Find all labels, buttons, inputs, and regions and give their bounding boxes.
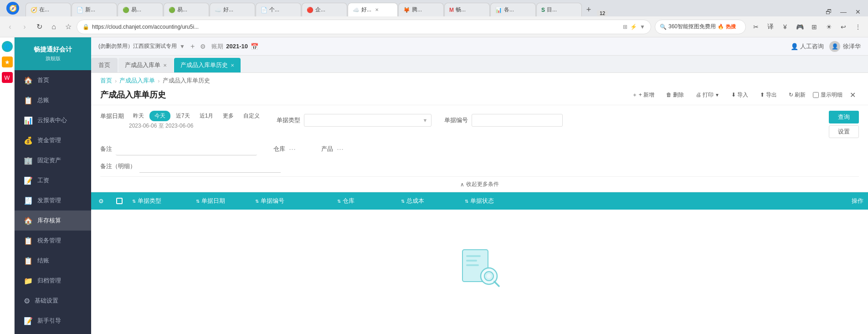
tab-10[interactable]: M 畅... [444, 3, 490, 16]
sidebar-item-inventory[interactable]: 🏠 库存核算 [15, 211, 91, 231]
tab-2[interactable]: 📄 新... [72, 3, 117, 16]
tab-9[interactable]: 🦊 腾... [398, 3, 444, 16]
collapse-button[interactable]: ∧ 收起更多条件 [457, 179, 503, 190]
close-window-button[interactable]: ✕ [852, 7, 864, 16]
shortcut-more[interactable]: 更多 [219, 111, 238, 121]
tab-12[interactable]: S 目... [536, 3, 582, 16]
th-warehouse-label: 仓库 [343, 197, 354, 205]
th-warehouse[interactable]: ⇅ 仓库 [333, 197, 396, 205]
calendar-icon[interactable]: 📅 [251, 43, 258, 50]
minimize-button[interactable]: — [837, 7, 850, 16]
doc-type-select[interactable]: ▼ [304, 114, 431, 127]
shortcut-custom[interactable]: 自定义 [239, 111, 264, 121]
th-doc-status[interactable]: ⇅ 单据状态 [460, 197, 533, 205]
th-settings[interactable]: ⚙ [91, 198, 111, 205]
sidebar-item-ledger[interactable]: 📋 总账 [15, 90, 91, 110]
th-total-cost[interactable]: ⇅ 总成本 [396, 197, 460, 205]
show-detail-input[interactable] [813, 92, 819, 98]
refresh-nav-button[interactable]: ↻ [33, 21, 46, 33]
tab-3[interactable]: 🟢 易... [118, 3, 163, 16]
doc-num-input[interactable] [472, 114, 563, 127]
delete-button[interactable]: 🗑 删除 [662, 88, 688, 101]
new-button[interactable]: ＋ + 新增 [627, 88, 659, 101]
address-input[interactable]: 🔒 https://cloud.chanjet.com/accounting/u… [77, 20, 651, 34]
tab-1[interactable]: 🧭 在... [26, 3, 71, 16]
forward-button[interactable]: › [18, 21, 31, 33]
tab-5[interactable]: ☁️ 好... [210, 3, 255, 16]
consult-button[interactable]: 👤 人工咨询 [791, 42, 824, 51]
gamepad-icon[interactable]: 🎮 [793, 21, 806, 33]
content-tab-list-close[interactable]: ✕ [163, 63, 167, 68]
settings-button[interactable]: ⚙ [200, 43, 206, 50]
scissors-icon[interactable]: ✂ [750, 21, 762, 33]
tab-8-close[interactable]: ✕ [375, 7, 379, 12]
refresh-button[interactable]: ↻ 刷新 [784, 88, 810, 101]
user-area[interactable]: 👤 徐泽华 [829, 41, 861, 52]
header-checkbox[interactable] [116, 198, 123, 204]
browser-sidebar-icon-2[interactable]: ★ [2, 57, 13, 67]
sidebar-item-tax[interactable]: 📋 税务管理 [15, 231, 91, 251]
export-button[interactable]: ⬆ 导出 [755, 88, 781, 101]
sun-icon[interactable]: ☀ [822, 21, 835, 33]
shortcut-7days[interactable]: 近7天 [172, 111, 194, 121]
query-button[interactable]: 查询 [829, 111, 859, 123]
dropdown-arrow-icon[interactable]: ▼ [640, 24, 645, 30]
grid-icon[interactable]: ⊞ [623, 24, 627, 30]
translate-icon[interactable]: 译 [764, 21, 777, 33]
breadcrumb-list[interactable]: 产成品入库单 [119, 77, 155, 85]
browser-back-icon[interactable]: 🧭 [6, 2, 19, 15]
sidebar-item-home[interactable]: 🏠 首页 [15, 70, 91, 90]
import-button[interactable]: ⬇ 导入 [727, 88, 753, 101]
bookmark-button[interactable]: ☆ [62, 21, 75, 33]
sidebar-item-archive[interactable]: 📁 归档管理 [15, 271, 91, 291]
print-button[interactable]: 🖨 打印 ▼ [691, 88, 724, 101]
sidebar-item-reports[interactable]: 📊 云报表中心 [15, 110, 91, 130]
sidebar-item-assets[interactable]: 🏢 固定资产 [15, 150, 91, 170]
browser-sidebar-icon-3[interactable]: W [2, 72, 13, 83]
tab-8[interactable]: ☁️ 好... ✕ [348, 3, 398, 16]
search-box[interactable]: 🔍 360智能抠图免费用 🔥 热搜 [655, 20, 746, 34]
product-dots[interactable]: ··· [337, 144, 344, 154]
restore-button[interactable]: 🗗 [822, 7, 835, 16]
content-tab-home[interactable]: 首页 [91, 58, 118, 72]
sidebar-item-basic[interactable]: ⚙ 基础设置 [15, 291, 91, 311]
th-doc-type[interactable]: ⇅ 单据类型 [128, 197, 191, 205]
page-close-button[interactable]: ✕ [846, 88, 859, 101]
shortcut-today[interactable]: 今天 [149, 111, 170, 121]
add-company-button[interactable]: + [190, 42, 195, 51]
show-detail-checkbox[interactable]: 显示明细 [813, 91, 842, 99]
tab-6[interactable]: 📄 个... [256, 3, 301, 16]
tab-7[interactable]: 🔴 企... [302, 3, 347, 16]
breadcrumb-home[interactable]: 首页 [100, 77, 112, 85]
back-button[interactable]: ‹ [4, 21, 16, 33]
sidebar-header[interactable]: 畅捷通好会计 旗舰版 [15, 37, 91, 70]
detail-remark-input[interactable] [139, 160, 281, 173]
th-doc-date[interactable]: ⇅ 单据日期 [191, 197, 251, 205]
tab-4[interactable]: 🟢 易... [164, 3, 209, 16]
content-tab-history[interactable]: 产成品入库单历史 ✕ [174, 58, 241, 72]
setting-button[interactable]: 设置 [829, 125, 859, 138]
content-tab-history-close[interactable]: ✕ [231, 63, 234, 68]
tab-add-button[interactable]: + [582, 3, 595, 16]
sidebar-item-payroll[interactable]: 📝 工资 [15, 170, 91, 190]
content-tab-list[interactable]: 产成品入库单 ✕ [118, 58, 173, 72]
tab-11[interactable]: 📊 各... [490, 3, 536, 16]
sidebar-item-newentry[interactable]: 📝 新手引导 [15, 311, 91, 331]
th-doc-num[interactable]: ⇅ 单据编号 [251, 197, 333, 205]
remark-input[interactable] [116, 143, 257, 155]
grid-view-icon[interactable]: ⊞ [808, 21, 821, 33]
lightning-icon[interactable]: ⚡ [630, 24, 637, 30]
sidebar-item-invoice[interactable]: 🧾 发票管理 [15, 190, 91, 211]
sidebar-item-closing[interactable]: 📋 结账 [15, 251, 91, 271]
more-icon[interactable]: ⋮ [852, 21, 864, 33]
home-nav-button[interactable]: ⌂ [47, 21, 60, 33]
th-checkbox[interactable] [111, 198, 128, 204]
company-selector[interactable]: (勿删勿禁用）江西膜宝测试专用 ▼ [98, 42, 185, 50]
shortcut-yesterday[interactable]: 昨天 [129, 111, 148, 121]
shortcut-1month[interactable]: 近1月 [195, 111, 218, 121]
sidebar-item-funds[interactable]: 💰 资金管理 [15, 130, 91, 150]
undo-icon[interactable]: ↩ [837, 21, 850, 33]
browser-sidebar-icon-1[interactable]: 🌐 [2, 41, 13, 52]
yuan-icon[interactable]: ¥ [779, 21, 791, 33]
warehouse-dots[interactable]: ··· [289, 144, 296, 154]
